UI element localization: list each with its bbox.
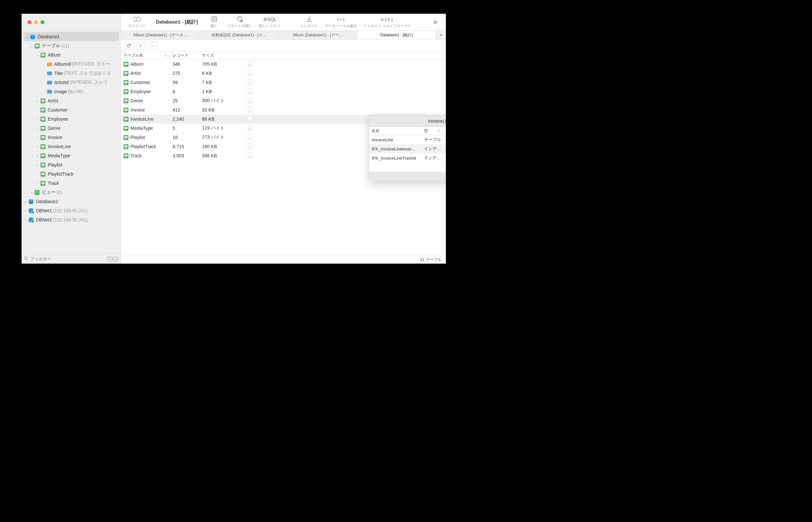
minimize-button[interactable] xyxy=(34,20,38,24)
cell-name: Playlist xyxy=(121,135,170,140)
disclosure-icon[interactable]: › xyxy=(35,154,40,158)
tree-database1[interactable]: ⌄ Database1 xyxy=(23,32,119,41)
filter-input[interactable] xyxy=(30,256,105,261)
popover-col-name[interactable]: 名前 xyxy=(369,127,421,135)
tree-table-employee[interactable]: › Employee xyxy=(22,115,121,124)
column-header-records[interactable]: レコード xyxy=(170,52,200,59)
disclosure-icon[interactable]: › xyxy=(23,200,28,203)
tree-label: Genre xyxy=(48,126,61,131)
tree-column-artistid[interactable]: ArtistId (INTEGER, ヌルで xyxy=(22,78,121,87)
sidebar-view-toggles[interactable] xyxy=(107,257,118,261)
tab-2[interactable]: Album (Database1) - [テー… xyxy=(278,31,357,40)
new-tab-button[interactable]: ＋ xyxy=(436,31,446,40)
disclosure-icon[interactable]: › xyxy=(35,99,40,103)
row-more-button[interactable]: … xyxy=(248,88,252,95)
disclosure-icon[interactable]: › xyxy=(23,218,28,222)
add-button[interactable]: ＋ xyxy=(136,42,145,50)
tree-table-album[interactable]: ⌄ Album xyxy=(22,51,121,60)
disclosure-icon[interactable]: ⌄ xyxy=(29,44,34,48)
disclosure-icon[interactable]: › xyxy=(35,182,40,185)
disclosure-icon[interactable]: › xyxy=(29,191,34,194)
tree-table-invoiceline[interactable]: › InvoiceLine xyxy=(22,142,121,151)
disclosure-icon[interactable]: › xyxy=(23,209,28,213)
tree-table-playlist[interactable]: › Playlist xyxy=(22,160,121,169)
tree-database2[interactable]: › Database2 xyxy=(22,197,121,206)
tree-table-playlisttrack[interactable]: › PlaylistTrack xyxy=(22,169,121,179)
row-more-button[interactable]: … xyxy=(248,144,252,149)
toggle-sidebar-button[interactable]: サイドバー xyxy=(125,16,149,28)
row-more-button[interactable]: … xyxy=(248,135,252,140)
window-body: ⌄ Database1 ⌄ テーブル (11) ⌄ Album AlbumId … xyxy=(22,31,446,264)
popover-col-size[interactable]: サイズ xyxy=(443,127,446,135)
import-button[interactable]: インポート xyxy=(297,16,321,28)
cell-size: 300 バイト xyxy=(200,98,245,104)
tree-suffix: (0) xyxy=(57,190,62,195)
open-button[interactable]: 開く xyxy=(204,16,224,28)
row-more-button[interactable]: … xyxy=(248,153,252,159)
tree-suffix: (INTEGER, 主キー xyxy=(72,61,110,67)
row-more-button[interactable]: … xyxy=(248,70,252,76)
tab-0[interactable]: Album (Database1) - [データ… xyxy=(121,31,200,40)
cell-actions: … xyxy=(245,70,255,76)
tree-table-mediatype[interactable]: › MediaType xyxy=(22,151,121,160)
inside-explorer-button[interactable]: 0101 インサイド エクスプローラー xyxy=(360,16,415,28)
disclosure-icon[interactable]: ⌄ xyxy=(25,35,30,39)
database-diff-button[interactable]: データベースの差分 xyxy=(321,16,360,28)
tree-column-title[interactable]: Title (TEXT, ヌルではありま xyxy=(22,69,121,78)
refresh-button[interactable] xyxy=(124,42,133,50)
row-more-button[interactable]: … xyxy=(248,125,252,131)
tab-3[interactable]: Database1 - [統計] xyxy=(357,31,436,40)
row-more-button[interactable]: … xyxy=(248,107,252,113)
popover-row[interactable]: IFK_InvoiceLineTrackId インデ… 15 KB 22.1% xyxy=(369,154,446,163)
column-header-size[interactable]: サイズ xyxy=(200,52,245,59)
table-row[interactable]: Artist 275 6 KB … xyxy=(121,69,446,78)
app-window: サイドバー Database1 - [統計] 開く リモートを開く ⊕SQL 新… xyxy=(22,14,446,264)
column-header-name[interactable]: テーブル名∧ xyxy=(121,52,170,59)
tree-table-artist[interactable]: › Artist xyxy=(22,96,121,105)
table-row[interactable]: Employee 8 1 KB … xyxy=(121,87,446,96)
tree-suffix: (BLOB) xyxy=(68,89,83,94)
close-button[interactable] xyxy=(27,20,32,24)
tree-suffix: (11) xyxy=(61,43,69,48)
disclosure-icon[interactable]: ⌄ xyxy=(35,53,40,57)
tree-column-albumid[interactable]: AlbumId (INTEGER, 主キー xyxy=(22,60,121,69)
popover-row[interactable]: IFK_InvoiceLineInvoi… インデ… 15 KB 21.3% xyxy=(369,144,446,154)
tree-table-track[interactable]: › Track xyxy=(22,179,121,188)
disclosure-icon[interactable]: › xyxy=(35,145,40,148)
tree-table-genre[interactable]: › Genre xyxy=(22,124,121,133)
database-tree[interactable]: ⌄ Database1 ⌄ テーブル (11) ⌄ Album AlbumId … xyxy=(22,31,121,254)
disclosure-icon[interactable]: › xyxy=(35,173,40,176)
cell-actions: … xyxy=(245,153,255,159)
tree-table-invoice[interactable]: › Invoice xyxy=(22,133,121,142)
popover-col-type[interactable]: 型∨ xyxy=(421,127,443,135)
table-row[interactable]: Album 346 705 KB … xyxy=(121,60,446,69)
tree-dbnet1[interactable]: › DBNet1 (192.168.50.241) xyxy=(22,206,121,215)
row-more-button[interactable]: … xyxy=(248,116,252,122)
tree-column-image[interactable]: Image (BLOB) xyxy=(22,87,121,96)
table-row[interactable]: Genre 25 300 バイト … xyxy=(121,96,446,105)
maximize-button[interactable] xyxy=(41,20,44,24)
table-row[interactable]: Customer 59 7 KB … xyxy=(121,78,446,87)
popover-cell-type: インデ… xyxy=(421,144,443,154)
disclosure-icon[interactable]: › xyxy=(35,163,40,167)
tree-table-customer[interactable]: › Customer xyxy=(22,105,121,115)
disclosure-icon[interactable]: › xyxy=(35,136,40,139)
tab-1[interactable]: 名称未設定 (Database1) - [ク… xyxy=(200,31,278,40)
popover-row[interactable]: InvoiceLine テーブル 39 KB 56.6% xyxy=(369,135,446,144)
row-more-button[interactable]: … xyxy=(248,79,252,85)
row-more-button[interactable]: … xyxy=(248,98,252,104)
tree-tables-group[interactable]: ⌄ テーブル (11) xyxy=(22,41,121,51)
tree-dbnet2[interactable]: › DBNet2 (192.168.50.241) xyxy=(22,215,121,224)
row-more-button[interactable]: … xyxy=(248,61,252,67)
disclosure-icon[interactable]: › xyxy=(35,108,40,112)
disclosure-icon[interactable]: › xyxy=(35,117,40,121)
disclosure-icon[interactable]: › xyxy=(35,126,40,130)
tree-views-group[interactable]: › ビュー (0) xyxy=(22,188,121,197)
table-row[interactable]: Invoice 412 33 KB … xyxy=(121,105,446,115)
open-remote-button[interactable]: リモートを開く xyxy=(224,16,256,28)
toolbar-overflow-button[interactable]: » xyxy=(429,18,442,26)
traffic-lights xyxy=(27,20,44,24)
remove-button[interactable]: － xyxy=(148,42,157,50)
tree-label: PlaylistTrack xyxy=(48,172,74,177)
new-query-button[interactable]: ⊕SQL 新しいクエリ xyxy=(256,16,284,28)
